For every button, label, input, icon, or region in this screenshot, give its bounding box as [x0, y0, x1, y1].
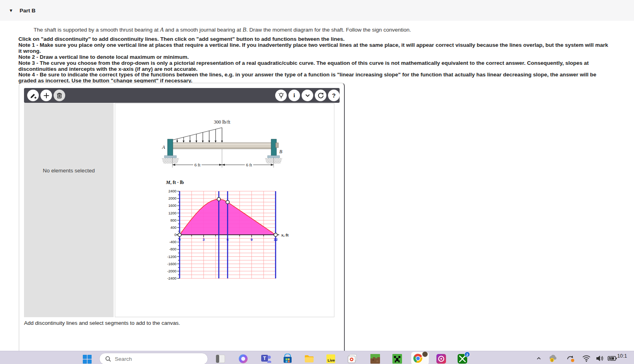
sync-arrow-icon[interactable]: [566, 355, 575, 363]
shaft-stub: [276, 143, 278, 148]
empty-selection-text: No elements selected: [24, 168, 114, 174]
y-tick-label: -2000: [167, 269, 176, 273]
taskbar-search[interactable]: [99, 353, 208, 364]
xbox-badge: 2: [464, 352, 470, 357]
wifi-icon[interactable]: [582, 355, 591, 362]
part-header[interactable]: ▼ Part B: [0, 0, 634, 21]
live-notes-icon[interactable]: Live: [326, 354, 336, 364]
beam-figure: 300 lb/ft A B: [160, 117, 284, 173]
add-segment-button[interactable]: [27, 90, 39, 101]
note-line: Click on "add discontinuity" to add disc…: [18, 36, 610, 42]
screen-clip-app-icon[interactable]: [215, 354, 226, 364]
note-line: Note 2 - Draw a vertical line to denote …: [18, 54, 610, 60]
selection-panel: No elements selected: [24, 103, 114, 317]
help-icon: ?: [332, 92, 336, 98]
label-b: B: [279, 149, 282, 154]
widget-footer-hint: Add discontinuity lines and select segme…: [24, 320, 180, 326]
volume-icon[interactable]: [596, 354, 604, 362]
support-a: [168, 139, 173, 156]
y-tick-label: -1200: [167, 255, 176, 259]
y-tick-label: -1600: [167, 262, 176, 266]
snip-cards-icon[interactable]: [347, 354, 358, 364]
info-icon: i: [293, 92, 295, 98]
taskbar-clock[interactable]: 10:1: [617, 353, 634, 359]
taskbar: T Live: [0, 351, 634, 364]
y-tick-label: 2400: [168, 189, 176, 193]
y-tick-label: -800: [169, 247, 176, 251]
trash-icon: [56, 92, 63, 99]
y-tick-label: 0: [174, 233, 176, 237]
plus-icon: [43, 92, 50, 99]
y-tick-label: 800: [170, 218, 176, 222]
reset-button[interactable]: [315, 90, 326, 101]
profile-avatar: [422, 351, 428, 357]
load-line: [172, 128, 222, 140]
curve-handle[interactable]: [217, 198, 221, 201]
chrome-icon: [413, 353, 423, 364]
part-title: Part B: [20, 8, 36, 14]
search-icon: [105, 356, 111, 362]
hidden-icons-chevron[interactable]: [536, 356, 542, 361]
label-a: A: [162, 144, 165, 150]
teams-icon[interactable]: T: [261, 354, 271, 364]
chart-x-title: x, ft: [281, 232, 289, 237]
info-button[interactable]: i: [288, 90, 300, 101]
chart-y-title: M, ft · lb: [166, 180, 184, 185]
curve-handle[interactable]: [274, 233, 278, 237]
problem-text: and a smooth journal bearing at: [164, 27, 242, 33]
minecraft-icon[interactable]: [370, 354, 380, 364]
support-a-base: [164, 156, 176, 158]
dim-arrow: [219, 164, 222, 166]
help-button[interactable]: ?: [328, 90, 340, 101]
copilot-icon[interactable]: [238, 354, 248, 364]
svg-text:T: T: [263, 356, 266, 361]
live-label: Live: [328, 358, 335, 362]
y-tick-label: 2000: [168, 196, 176, 200]
widget-toolbar: i ?: [24, 88, 340, 103]
problem-text: . Draw the moment diagram for the shaft.…: [246, 27, 411, 33]
load-label: 300 lb/ft: [214, 119, 231, 125]
hint-button[interactable]: [275, 90, 287, 101]
chrome-active-app[interactable]: [411, 352, 429, 364]
y-tick-label: 1600: [168, 204, 176, 208]
reset-icon: [317, 92, 324, 99]
dim-arrow: [222, 164, 225, 166]
dim-arrow: [172, 164, 175, 166]
note-line: Note 4 - Be sure to indicate the correct…: [18, 72, 610, 84]
xbox-icon[interactable]: 2: [457, 354, 468, 364]
var-A: A: [160, 26, 164, 33]
ground-a: [162, 158, 179, 164]
problem-statement: The shaft is supported by a smooth thrus…: [34, 26, 411, 33]
note-line: Note 3 - The curve you choose from the d…: [18, 60, 610, 72]
curve-handle[interactable]: [178, 233, 182, 237]
y-tick-label: 1200: [168, 211, 176, 215]
curve-handle[interactable]: [226, 200, 230, 204]
clock-time: 10:1: [617, 353, 634, 359]
dim-arrow: [271, 164, 274, 166]
camera-app-icon[interactable]: [436, 354, 446, 364]
moment-diagram-widget: i ? No elements selected: [19, 83, 345, 363]
file-explorer-icon[interactable]: [304, 354, 314, 364]
microsoft-store-icon[interactable]: [282, 354, 293, 364]
delete-button[interactable]: [54, 90, 65, 101]
search-input[interactable]: [115, 356, 195, 362]
problem-text: The shaft is supported by a smooth thrus…: [34, 27, 160, 33]
expand-button[interactable]: [302, 90, 313, 101]
moment-chart[interactable]: -2400-2000-1600-1200-800-400040080012001…: [162, 178, 294, 286]
cloud-alert-icon[interactable]: !: [549, 354, 558, 362]
chevron-down-icon: [304, 92, 311, 99]
start-button[interactable]: [82, 354, 92, 364]
y-tick-label: -2400: [167, 276, 176, 280]
collapse-triangle-icon[interactable]: ▼: [9, 8, 13, 13]
dim-right-label: 6 ft: [246, 162, 252, 167]
drawing-canvas[interactable]: 300 lb/ft A B: [115, 103, 334, 317]
y-tick-label: 400: [170, 226, 176, 230]
creeper-icon[interactable]: [392, 354, 402, 364]
battery-charging-icon[interactable]: [608, 355, 617, 362]
lightbulb-icon: [278, 92, 285, 99]
distributed-load-arrows: [176, 128, 223, 143]
instruction-notes: Click on "add discontinuity" to add disc…: [18, 36, 610, 84]
svg-text:!: !: [552, 358, 553, 362]
add-discontinuity-button[interactable]: [40, 90, 52, 101]
dim-left-label: 6 ft: [194, 162, 200, 167]
